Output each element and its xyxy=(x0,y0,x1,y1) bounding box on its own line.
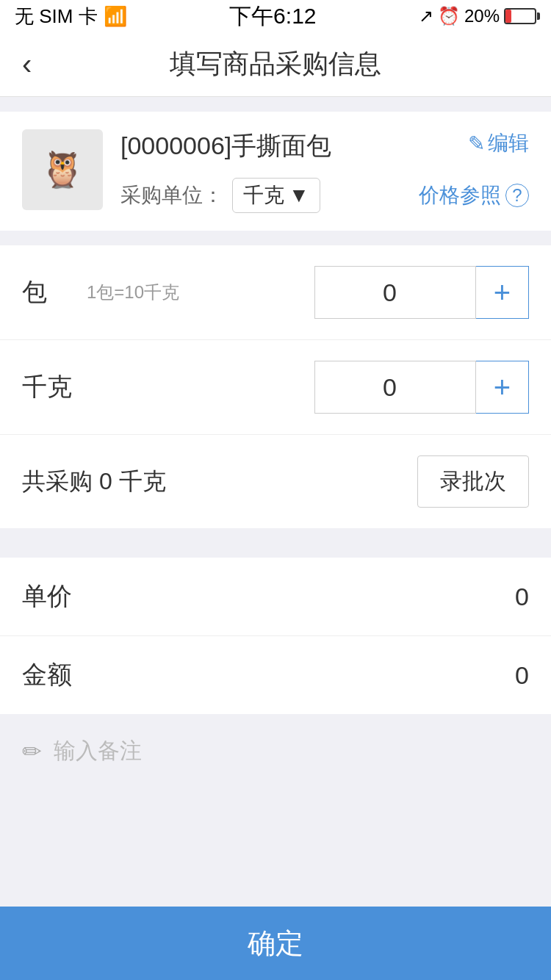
nav-bar: ‹ 填写商品采购信息 xyxy=(0,32,551,97)
status-left: 无 SIM 卡 📶 xyxy=(15,4,127,29)
bao-input-row: 包 1包=10千克 + xyxy=(0,245,551,340)
location-icon: ↗ xyxy=(419,6,433,26)
kg-quantity-input[interactable] xyxy=(314,361,476,414)
bao-input-section: 包 1包=10千克 + 千克 + xyxy=(0,245,551,435)
kg-plus-button[interactable]: + xyxy=(476,361,529,414)
price-section: 单价 0 金额 0 xyxy=(0,558,551,714)
status-bar: 无 SIM 卡 📶 下午6:12 ↗ ⏰ 20% xyxy=(0,0,551,32)
back-button[interactable]: ‹ xyxy=(22,40,39,88)
unit-selector-group: 采购单位： 千克 ▼ xyxy=(120,178,320,213)
product-name: [0000006]手撕面包 xyxy=(120,129,331,163)
battery-indicator xyxy=(504,8,536,24)
confirm-button[interactable]: 确定 xyxy=(0,907,551,980)
info-icon: ? xyxy=(505,184,529,207)
product-top-row: [0000006]手撕面包 ✎ 编辑 xyxy=(120,129,529,163)
unit-price-label: 单价 xyxy=(22,580,72,613)
divider-2 xyxy=(0,528,551,543)
edit-icon: ✎ xyxy=(468,131,485,156)
amount-label: 金额 xyxy=(22,658,72,692)
divider-1 xyxy=(0,231,551,245)
bao-input-control: + xyxy=(314,266,529,319)
status-right: ↗ ⏰ 20% xyxy=(419,6,536,26)
bao-quantity-input[interactable] xyxy=(314,266,476,319)
wifi-icon: 📶 xyxy=(104,5,127,28)
pencil-icon: ✏ xyxy=(22,738,42,765)
remark-section[interactable]: ✏ 输入备注 xyxy=(0,716,551,787)
bao-plus-button[interactable]: + xyxy=(476,266,529,319)
battery-fill xyxy=(505,10,511,23)
total-row: 共采购 0 千克 录批次 xyxy=(0,435,551,528)
product-info: [0000006]手撕面包 ✎ 编辑 采购单位： 千克 ▼ 价格参照 ? xyxy=(120,129,529,213)
bao-sublabel: 1包=10千克 xyxy=(87,281,179,304)
product-unit-row: 采购单位： 千克 ▼ 价格参照 ? xyxy=(120,178,529,213)
kg-label: 千克 xyxy=(22,370,81,404)
battery-pct: 20% xyxy=(464,6,500,26)
bao-label: 包 xyxy=(22,275,81,309)
page-title: 填写商品采购信息 xyxy=(170,46,381,82)
remark-placeholder: 输入备注 xyxy=(54,736,142,766)
total-purchase-text: 共采购 0 千克 xyxy=(22,466,166,498)
amount-row: 金额 0 xyxy=(0,636,551,714)
unit-select-dropdown[interactable]: 千克 ▼ xyxy=(232,178,320,213)
batch-record-button[interactable]: 录批次 xyxy=(417,455,529,508)
alarm-icon: ⏰ xyxy=(438,6,460,26)
status-time: 下午6:12 xyxy=(229,1,316,32)
kg-input-row: 千克 + xyxy=(0,340,551,435)
amount-value: 0 xyxy=(515,661,529,690)
product-logo: 🦉 xyxy=(40,149,84,190)
price-reference-button[interactable]: 价格参照 ? xyxy=(419,181,529,209)
chevron-down-icon: ▼ xyxy=(289,184,309,207)
unit-price-row: 单价 0 xyxy=(0,558,551,636)
unit-prefix-label: 采购单位： xyxy=(120,181,223,209)
edit-button[interactable]: ✎ 编辑 xyxy=(468,129,529,157)
product-card: 🦉 [0000006]手撕面包 ✎ 编辑 采购单位： 千克 ▼ 价格参照 ? xyxy=(0,112,551,231)
product-image: 🦉 xyxy=(22,129,103,210)
sim-label: 无 SIM 卡 xyxy=(15,4,98,29)
kg-input-control: + xyxy=(314,361,529,414)
unit-price-value: 0 xyxy=(515,583,529,611)
